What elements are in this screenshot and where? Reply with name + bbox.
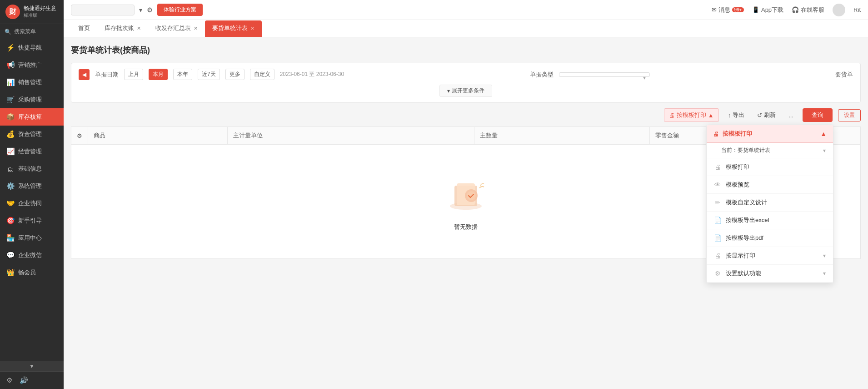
nav-icon-marketing: 📢 — [6, 61, 15, 69]
template-print-label: 模板打印 — [726, 163, 749, 171]
nav-icon-inventory: 📦 — [6, 113, 15, 121]
export-btn[interactable]: ↑ 导出 — [724, 109, 748, 121]
date-btn-7days[interactable]: 近7天 — [198, 69, 220, 80]
nav-label-purchase: 采购管理 — [18, 96, 42, 104]
print-dropdown-header-icon: 🖨 — [713, 131, 719, 137]
template-preview-icon: 👁 — [714, 181, 721, 188]
sidebar-item-marketing[interactable]: 📢营销推广 — [0, 56, 64, 74]
sidebar-item-guide[interactable]: 🎯新手引导 — [0, 212, 64, 229]
nav-icon-operation: 📈 — [6, 147, 15, 156]
messages-label: 消息 — [718, 6, 730, 14]
sidebar-search-label: 搜索菜单 — [14, 28, 36, 35]
topbar-search-input[interactable] — [71, 5, 135, 15]
print-dropdown-title: 按模板打印 — [723, 130, 752, 138]
sidebar-item-basic[interactable]: 🗂基础信息 — [0, 160, 64, 177]
type-filter-label: 单据类型 — [530, 71, 554, 79]
sidebar-item-appstore[interactable]: 🏪应用中心 — [0, 229, 64, 247]
nav-icon-appstore: 🏪 — [6, 234, 15, 242]
sidebar-scroll-down[interactable]: ▼ — [0, 361, 64, 371]
tab-close-order-stats[interactable]: ✕ — [250, 25, 254, 31]
current-template-row[interactable]: 当前：要货单统计表 ▾ — [707, 143, 833, 158]
sidebar-item-sales[interactable]: 📊销售管理 — [0, 74, 64, 91]
nav-label-wechat: 企业微信 — [18, 251, 42, 259]
sidebar-item-finance[interactable]: 💰资金管理 — [0, 126, 64, 143]
nav-label-appstore: 应用中心 — [18, 234, 42, 242]
dropdown-item-template-print[interactable]: 🖨 模板打印 — [707, 158, 833, 176]
more-label: ... — [788, 112, 793, 119]
table-header-goods: 商品 — [88, 127, 228, 145]
dropdown-item-template-preview[interactable]: 👁 模板预览 — [707, 176, 833, 194]
settings-btn[interactable]: 设置 — [838, 109, 861, 121]
nav-icon-guide: 🎯 — [6, 217, 15, 225]
experience-btn[interactable]: 体验行业方案 — [157, 4, 203, 16]
tab-close-batch-account[interactable]: ✕ — [137, 25, 141, 31]
topbar: ▾ ⚙ 体验行业方案 ✉ 消息 99+ 📱 App下载 🎧 在线客服 Rit — [64, 0, 868, 20]
app-tag: 标准版 — [24, 12, 56, 19]
export-label: 导出 — [733, 111, 744, 119]
type-select-box[interactable]: ▾ — [559, 72, 650, 77]
table-header-gear[interactable]: ⚙ — [71, 127, 88, 145]
tab-close-receipt-summary[interactable]: ✕ — [194, 25, 198, 31]
expand-more-btn[interactable]: ▾ 展开更多条件 — [439, 85, 492, 97]
dropdown-item-template-design[interactable]: ✏ 模板自定义设计 — [707, 194, 833, 212]
date-btn-this-month[interactable]: 本月 — [149, 69, 168, 80]
date-btn-last-month[interactable]: 上月 — [124, 69, 143, 80]
messages-item[interactable]: ✉ 消息 99+ — [712, 6, 744, 14]
tab-order-stats[interactable]: 要货单统计表✕ — [205, 20, 262, 37]
print-btn[interactable]: 🖨 按模板打印 ▲ — [664, 108, 719, 122]
tab-home[interactable]: 首页 — [71, 20, 97, 37]
table-header-unit: 主计量单位 — [228, 127, 474, 145]
query-btn[interactable]: 查询 — [803, 108, 833, 122]
tab-batch-account[interactable]: 库存批次账✕ — [97, 20, 148, 37]
nav-icon-collab: 🤝 — [6, 199, 15, 207]
sidebar-item-inventory[interactable]: 📦库存核算 — [0, 108, 64, 126]
nav-label-inventory: 库存核算 — [18, 113, 42, 121]
date-btn-custom[interactable]: 自定义 — [250, 69, 274, 80]
settings-bottom-icon[interactable]: ⚙ — [6, 376, 12, 384]
topbar-gear-icon[interactable]: ⚙ — [147, 6, 153, 14]
sidebar-item-wechat[interactable]: 💬企业微信 — [0, 247, 64, 264]
print-dropdown-close-btn[interactable]: ▲ — [820, 130, 827, 137]
date-btn-this-year[interactable]: 本年 — [173, 69, 192, 80]
app-download-item[interactable]: 📱 App下载 — [752, 6, 783, 14]
nav-label-operation: 经营管理 — [18, 147, 42, 156]
sidebar-search-item[interactable]: 🔍 搜索菜单 — [0, 24, 64, 39]
topbar-dropdown-icon[interactable]: ▾ — [139, 6, 142, 14]
tab-receipt-summary[interactable]: 收发存汇总表✕ — [148, 20, 205, 37]
date-btn-more[interactable]: 更多 — [225, 69, 244, 80]
print-chevron-up-icon: ▲ — [708, 112, 714, 119]
sidebar-item-purchase[interactable]: 🛒采购管理 — [0, 91, 64, 108]
sound-bottom-icon[interactable]: 🔊 — [20, 376, 28, 384]
sidebar-item-member[interactable]: 👑畅会员 — [0, 264, 64, 281]
current-template-chevron: ▾ — [823, 147, 826, 154]
dropdown-item-template-pdf[interactable]: 📄 按模板导出pdf — [707, 229, 833, 247]
refresh-btn[interactable]: ↺ 刷新 — [753, 109, 779, 121]
user-avatar[interactable] — [833, 4, 845, 16]
online-service-item[interactable]: 🎧 在线客服 — [792, 6, 824, 14]
nav-label-marketing: 营销推广 — [18, 61, 42, 69]
app-name: 畅捷通好生意 — [24, 5, 56, 12]
dropdown-sub-set-default[interactable]: ⚙ 设置默认功能 ▾ — [707, 265, 833, 283]
print-dropdown-header: 🖨 按模板打印 ▲ — [707, 125, 833, 143]
filter-expand-btn[interactable]: ◀ — [79, 69, 90, 80]
nav-label-system: 系统管理 — [18, 182, 42, 190]
export-icon: ↑ — [728, 112, 731, 119]
dropdown-sub-display-print[interactable]: 🖨 按显示打印 ▾ — [707, 247, 833, 265]
main-area: ▾ ⚙ 体验行业方案 ✉ 消息 99+ 📱 App下载 🎧 在线客服 Rit 首… — [64, 0, 868, 389]
sidebar-item-operation[interactable]: 📈经营管理 — [0, 143, 64, 160]
template-design-icon: ✏ — [714, 199, 721, 206]
sidebar-item-shortcut[interactable]: ⚡快捷导航 — [0, 39, 64, 56]
template-preview-label: 模板预览 — [726, 181, 749, 189]
print-label: 按模板打印 — [677, 111, 706, 119]
dropdown-item-template-excel[interactable]: 📄 按模板导出excel — [707, 212, 833, 229]
set-default-chevron: ▾ — [823, 270, 826, 277]
set-default-left: ⚙ 设置默认功能 — [714, 269, 761, 278]
nav-label-sales: 销售管理 — [18, 78, 42, 86]
sidebar-item-system[interactable]: ⚙️系统管理 — [0, 177, 64, 195]
filter-row: ◀ 单据日期 上月 本月 本年 近7天 更多 自定义 2023-06-01 至 … — [79, 69, 853, 80]
nav-icon-member: 👑 — [6, 268, 15, 277]
sidebar-item-collab[interactable]: 🤝企业协同 — [0, 195, 64, 212]
tab-label-order-stats: 要货单统计表 — [212, 24, 248, 32]
empty-icon — [443, 172, 489, 217]
more-btn[interactable]: ... — [785, 110, 797, 121]
